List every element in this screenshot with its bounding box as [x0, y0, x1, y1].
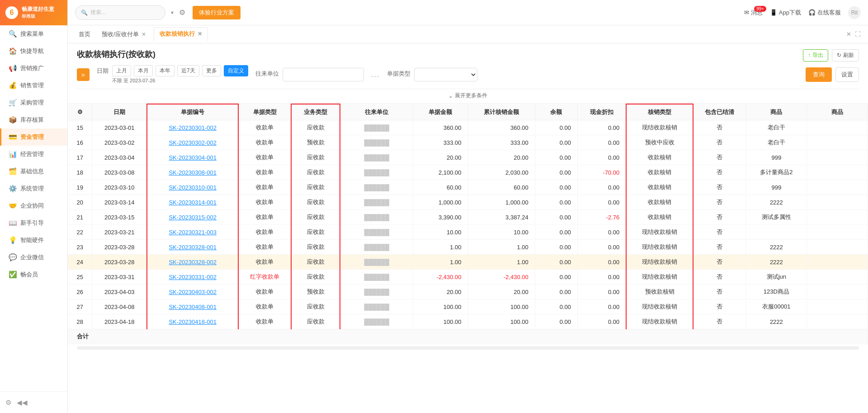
- online-service-link[interactable]: 🎧 在线客服: [808, 9, 841, 17]
- cell-verify-amount: 20.00: [468, 150, 535, 165]
- table-row[interactable]: 15 2023-03-01 SK-20230301-002 收款单 应收款 ██…: [68, 120, 868, 135]
- cell-balance: 0.00: [535, 285, 577, 299]
- th-goods2[interactable]: 商品: [807, 104, 868, 120]
- th-doc-type[interactable]: 单据类型: [238, 104, 291, 120]
- table-row[interactable]: 27 2023-04-08 SK-20230408-001 收款单 应收款 ██…: [68, 299, 868, 314]
- industry-solution-button[interactable]: 体验行业方案: [193, 6, 241, 19]
- th-counterpart[interactable]: 往来单位: [340, 104, 413, 120]
- filter-settings-button[interactable]: 设置: [835, 67, 859, 82]
- sidebar-item-marketing[interactable]: 📢营销推广: [0, 60, 67, 77]
- table-row[interactable]: 20 2023-03-14 SK-20230314-001 收款单 应收款 ██…: [68, 195, 868, 210]
- sidebar-item-hardware[interactable]: 💡智能硬件: [0, 232, 67, 249]
- filter-expand-button[interactable]: »: [77, 68, 90, 81]
- tab-verify-close-icon[interactable]: ✕: [198, 31, 202, 37]
- table-row[interactable]: 23 2023-03-28 SK-20230328-001 收款单 应收款 ██…: [68, 240, 868, 255]
- collapse-sidebar-icon[interactable]: ◀◀: [17, 399, 28, 407]
- table-row[interactable]: 21 2023-03-15 SK-20230315-002 收款单 应收款 ██…: [68, 210, 868, 225]
- th-include-settled[interactable]: 包含已结清: [693, 104, 746, 120]
- doc-no-link[interactable]: SK-20230310-001: [169, 184, 217, 191]
- table-row[interactable]: 19 2023-03-10 SK-20230310-001 收款单 应收款 ██…: [68, 180, 868, 195]
- user-avatar[interactable]: Rit: [848, 6, 861, 19]
- date-last-month[interactable]: 上月: [112, 65, 131, 76]
- sidebar-item-finance[interactable]: 💳资金管理: [0, 128, 67, 146]
- receipt-type-select[interactable]: [414, 68, 477, 81]
- doc-no-link[interactable]: SK-20230304-001: [169, 154, 217, 161]
- sidebar-item-operations[interactable]: 📊经营管理: [0, 146, 67, 163]
- th-verify-type[interactable]: 核销类型: [626, 104, 693, 120]
- table-row[interactable]: 26 2023-04-03 SK-20230403-002 收款单 预收款 ██…: [68, 285, 868, 299]
- table-row[interactable]: 16 2023-03-02 SK-20230302-002 收款单 预收款 ██…: [68, 135, 868, 150]
- close-window-icon[interactable]: ✕: [846, 31, 851, 38]
- counterpart-input[interactable]: [283, 68, 364, 81]
- date-custom[interactable]: 自定义: [224, 65, 248, 76]
- settings-footer-icon[interactable]: ⚙: [5, 399, 11, 407]
- doc-no-link[interactable]: SK-20230408-001: [169, 304, 217, 310]
- tab-home[interactable]: 首页: [75, 30, 94, 38]
- sidebar-item-basics[interactable]: 🗂️基础信息: [0, 163, 67, 180]
- horizontal-scrollbar[interactable]: [77, 346, 859, 350]
- global-search-input[interactable]: 🔍 搜索...: [75, 5, 165, 20]
- date-this-month[interactable]: 本月: [134, 65, 153, 76]
- th-date[interactable]: 日期: [92, 104, 147, 120]
- sidebar-item-enterprise[interactable]: 🤝企业协同: [0, 197, 67, 214]
- sidebar-item-search[interactable]: 🔍搜索菜单: [0, 25, 67, 43]
- date-last-7days[interactable]: 近7天: [177, 65, 199, 76]
- th-biz-type[interactable]: 业务类型: [291, 104, 340, 120]
- th-cash-discount[interactable]: 现金折扣: [578, 104, 627, 120]
- doc-no-link[interactable]: SK-20230315-002: [169, 214, 217, 221]
- cell-date: 2023-03-28: [92, 240, 147, 255]
- expand-more-bar[interactable]: ⌄ 展开更多条件: [77, 89, 859, 103]
- doc-no-link[interactable]: SK-20230302-002: [169, 139, 217, 146]
- date-this-year[interactable]: 本年: [156, 65, 175, 76]
- message-button[interactable]: ✉ 消息 99+: [744, 9, 763, 17]
- cell-no: 19: [68, 180, 92, 195]
- doc-no-link[interactable]: SK-20230321-003: [169, 229, 217, 236]
- doc-no-link[interactable]: SK-20230331-002: [169, 274, 217, 280]
- th-amount[interactable]: 单据金额: [413, 104, 468, 120]
- doc-no-link[interactable]: SK-20230328-001: [169, 244, 217, 251]
- table-row[interactable]: 28 2023-04-18 SK-20230418-001 收款单 应收款 ██…: [68, 314, 868, 329]
- cell-doc-type: 收款单: [238, 180, 291, 195]
- sidebar-item-inventory[interactable]: 📦库存核算: [0, 111, 67, 128]
- query-button[interactable]: 查询: [806, 67, 832, 82]
- export-icon: ↑: [808, 52, 811, 58]
- table-row[interactable]: 24 2023-03-28 SK-20230328-002 收款单 应收款 ██…: [68, 255, 868, 270]
- table-row[interactable]: 18 2023-03-08 SK-20230308-001 收款单 应收款 ██…: [68, 165, 868, 180]
- sidebar-item-sales[interactable]: 💰销售管理: [0, 77, 67, 94]
- sidebar-item-purchase[interactable]: 🛒采购管理: [0, 94, 67, 111]
- doc-no-link[interactable]: SK-20230314-001: [169, 199, 217, 206]
- expand-more-label: 展开更多条件: [455, 92, 487, 100]
- table-row[interactable]: 22 2023-03-21 SK-20230321-003 收款单 应收款 ██…: [68, 225, 868, 240]
- export-button[interactable]: ↑ 导出: [803, 49, 828, 62]
- doc-no-link[interactable]: SK-20230301-002: [169, 124, 217, 131]
- cell-doc-type: 收款单: [238, 150, 291, 165]
- table-row[interactable]: 25 2023-03-31 SK-20230331-002 红字收款单 应收款 …: [68, 270, 868, 285]
- th-verify-amount[interactable]: 累计核销金额: [468, 104, 535, 120]
- doc-no-link[interactable]: SK-20230308-001: [169, 169, 217, 176]
- settings-gear-icon[interactable]: ⚙: [179, 8, 185, 17]
- sidebar-item-shortcut[interactable]: 🏠快捷导航: [0, 43, 67, 60]
- app-download-link[interactable]: 📱 App下载: [770, 9, 801, 17]
- sidebar-item-system[interactable]: ⚙️系统管理: [0, 180, 67, 197]
- th-goods[interactable]: 商品: [746, 104, 807, 120]
- sidebar-item-guide[interactable]: 📖新手引导: [0, 214, 67, 232]
- refresh-button[interactable]: ↻ 刷新: [832, 49, 859, 62]
- doc-no-link[interactable]: SK-20230328-002: [169, 259, 217, 266]
- cell-goods2: [807, 150, 868, 165]
- tab-verify[interactable]: 收款核销执行 ✕: [154, 27, 208, 42]
- search-chevron-icon[interactable]: ▾: [171, 9, 174, 16]
- cell-doc-no: SK-20230314-001: [147, 195, 238, 210]
- doc-no-link[interactable]: SK-20230418-001: [169, 318, 217, 325]
- maximize-icon[interactable]: ⛶: [855, 31, 861, 38]
- th-doc-no[interactable]: 单据编号: [147, 104, 238, 120]
- doc-no-link[interactable]: SK-20230403-002: [169, 289, 217, 295]
- table-row[interactable]: 17 2023-03-04 SK-20230304-001 收款单 应收款 ██…: [68, 150, 868, 165]
- table-header-row: ⚙ 日期 单据编号 单据类型 业务类型 往来单位 单据金额 累计核销金额 余额 …: [68, 104, 868, 120]
- sidebar-item-member[interactable]: ✅畅会员: [0, 266, 67, 283]
- tab-prepay[interactable]: 预收/应收付单 ✕: [96, 27, 152, 42]
- th-balance[interactable]: 余额: [535, 104, 577, 120]
- tab-prepay-close-icon[interactable]: ✕: [142, 31, 146, 38]
- th-settings[interactable]: ⚙: [68, 104, 92, 120]
- sidebar-item-wechat[interactable]: 💬企业微信: [0, 249, 67, 266]
- date-more[interactable]: 更多: [202, 65, 221, 76]
